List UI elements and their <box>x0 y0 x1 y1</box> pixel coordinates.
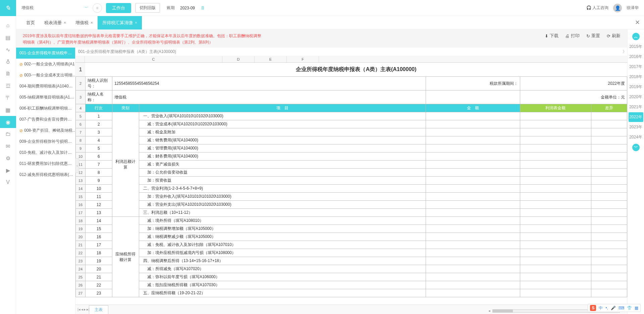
amount-cell[interactable] <box>426 120 520 128</box>
tab-首页[interactable]: 首页 <box>21 16 40 29</box>
year-scroll-up[interactable]: ︽ <box>632 33 640 40</box>
pl-amount-cell[interactable] <box>520 120 591 128</box>
form-list-item[interactable]: 009-企业所得税弥补亏损明… <box>16 136 75 147</box>
pl-amount-cell[interactable] <box>520 169 591 177</box>
pl-amount-cell[interactable] <box>520 128 591 136</box>
form-list-item[interactable]: ⊘002-一般企业收入明细表(A1… <box>16 59 75 70</box>
pl-amount-cell[interactable] <box>520 281 591 289</box>
amount-cell[interactable] <box>426 193 520 201</box>
amount-cell[interactable] <box>426 169 520 177</box>
amount-cell[interactable] <box>426 112 520 120</box>
year-2022年[interactable]: 2022年 <box>629 112 643 122</box>
amount-cell[interactable] <box>426 241 520 249</box>
pl-amount-cell[interactable] <box>520 201 591 209</box>
diff-cell[interactable] <box>591 169 627 177</box>
nav-v-icon[interactable]: V <box>0 176 16 188</box>
pl-amount-cell[interactable] <box>520 289 591 297</box>
close-all-tabs-icon[interactable]: ✕ <box>635 19 640 26</box>
form-list-item[interactable]: 004-期间费用明细表(A1040… <box>16 81 75 92</box>
form-list-item[interactable]: ⊘008-资产折旧、摊销及纳税… <box>16 125 75 136</box>
diff-cell[interactable] <box>591 273 627 281</box>
amount-cell[interactable] <box>426 281 520 289</box>
diff-cell[interactable] <box>591 144 627 152</box>
amount-cell[interactable] <box>426 201 520 209</box>
diff-cell[interactable] <box>591 217 627 225</box>
form-list-item[interactable]: 001-企业所得税年度纳税申… <box>16 48 75 59</box>
amount-cell[interactable] <box>426 185 520 193</box>
diff-cell[interactable] <box>591 225 627 233</box>
pl-amount-cell[interactable] <box>520 144 591 152</box>
avatar[interactable]: 👤 <box>613 4 622 12</box>
tab-增值税[interactable]: 增值税× <box>71 16 98 29</box>
pl-amount-cell[interactable] <box>520 257 591 265</box>
diff-cell[interactable] <box>591 289 627 297</box>
pl-amount-cell[interactable] <box>520 209 591 217</box>
pl-amount-cell[interactable] <box>520 136 591 144</box>
amount-cell[interactable] <box>426 273 520 281</box>
sheet-nav-first[interactable]: |◂ <box>77 307 80 312</box>
nav-money-icon[interactable]: ♁ <box>0 56 16 68</box>
history-button[interactable]: ≡ <box>93 3 102 13</box>
amount-cell[interactable] <box>426 152 520 161</box>
amount-cell[interactable] <box>426 161 520 169</box>
amount-cell[interactable] <box>426 144 520 152</box>
nav-chart-icon[interactable]: ∿ <box>0 44 16 56</box>
amount-cell[interactable] <box>426 177 520 185</box>
nav-ledger-icon[interactable]: ☲ <box>0 80 16 92</box>
amount-cell[interactable] <box>426 265 520 273</box>
year-2024年[interactable]: 2024年 <box>629 132 643 142</box>
collapse-sidebar-handle[interactable]: ‹ <box>75 158 79 173</box>
close-icon[interactable]: × <box>91 20 93 25</box>
year-2020年[interactable]: 2020年 <box>629 92 643 102</box>
nav-calendar-icon[interactable]: ▦ <box>0 104 16 116</box>
sheet-nav-next[interactable]: ▸ <box>84 307 86 312</box>
tax-period[interactable]: 2022年度 <box>520 77 627 90</box>
ime-lang[interactable]: 中 <box>599 305 603 311</box>
amount-cell[interactable] <box>426 136 520 144</box>
form-list-item[interactable]: 011-研发费用加计扣除优惠… <box>16 158 75 169</box>
diff-cell[interactable] <box>591 128 627 136</box>
company-selector[interactable]: 增值税 ﹀ <box>21 5 89 11</box>
diff-cell[interactable] <box>591 177 627 185</box>
amount-cell[interactable] <box>426 233 520 241</box>
diff-cell[interactable] <box>591 185 627 193</box>
pl-amount-cell[interactable] <box>520 241 591 249</box>
nav-doc-icon[interactable]: ▤ <box>0 32 16 44</box>
nav-settlement-icon[interactable]: ◉ <box>0 116 16 128</box>
ime-mic-icon[interactable]: 🎤 <box>611 306 616 310</box>
pl-amount-cell[interactable] <box>520 193 591 201</box>
diff-cell[interactable] <box>591 241 627 249</box>
amount-cell[interactable] <box>426 209 520 217</box>
pl-amount-cell[interactable] <box>520 112 591 120</box>
taxpayer-name[interactable]: 增值税 <box>112 90 426 104</box>
pl-amount-cell[interactable] <box>520 217 591 225</box>
nav-settings-icon[interactable]: ⚙ <box>0 152 16 164</box>
pl-amount-cell[interactable] <box>520 152 591 161</box>
year-2017年[interactable]: 2017年 <box>629 62 643 72</box>
diff-cell[interactable] <box>591 120 627 128</box>
form-list-item[interactable]: 010-免税、减计收入及加计… <box>16 147 75 158</box>
pl-amount-cell[interactable] <box>520 249 591 257</box>
form-list-item[interactable]: 012-减免所得税优惠明细表(… <box>16 169 75 180</box>
close-icon[interactable]: × <box>64 20 66 25</box>
nav-video-icon[interactable]: ▶ <box>0 164 16 176</box>
year-2019年[interactable]: 2019年 <box>629 82 643 92</box>
form-list-item[interactable]: ⊘003-一般企业成本支出明细… <box>16 70 75 81</box>
ime-keyboard-icon[interactable]: ⌨ <box>619 306 624 310</box>
form-list-item[interactable]: 006-职工薪酬纳税调整明细… <box>16 103 75 114</box>
refresh-button[interactable]: ⟳ 刷新 <box>607 33 621 39</box>
diff-cell[interactable] <box>591 281 627 289</box>
pl-amount-cell[interactable] <box>520 233 591 241</box>
pl-amount-cell[interactable] <box>520 185 591 193</box>
ime-toolbox-icon[interactable]: ▦ <box>635 306 638 310</box>
close-icon[interactable]: × <box>135 20 137 25</box>
amount-cell[interactable] <box>426 225 520 233</box>
amount-cell[interactable] <box>426 249 520 257</box>
diff-cell[interactable] <box>591 249 627 257</box>
year-2016年[interactable]: 2016年 <box>629 52 643 62</box>
pl-amount-cell[interactable] <box>520 161 591 169</box>
sheet-nav-prev[interactable]: ◂ <box>81 307 83 312</box>
nav-tax-icon[interactable]: 〒 <box>0 92 16 104</box>
year-2015年[interactable]: 2015年 <box>629 42 643 52</box>
amount-cell[interactable] <box>426 128 520 136</box>
